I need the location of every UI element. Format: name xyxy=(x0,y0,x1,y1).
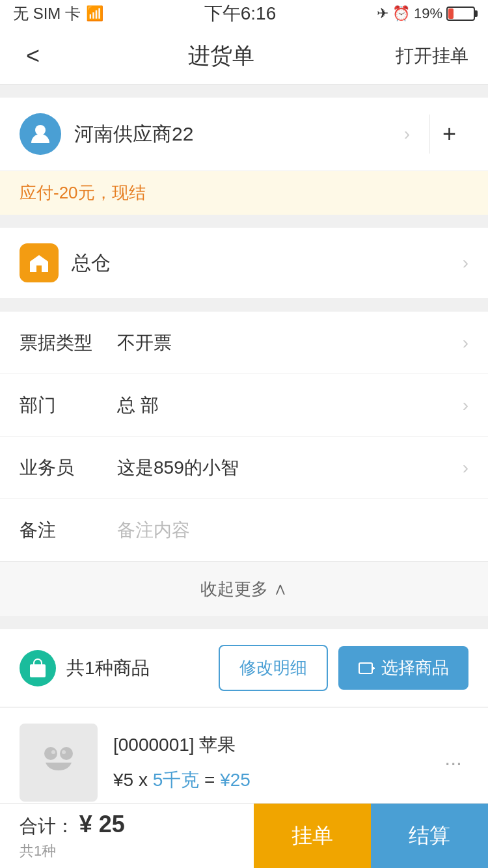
footer-total: 合计： ¥ 25 共1种 xyxy=(0,804,254,868)
invoice-type-row[interactable]: 票据类型 不开票 › xyxy=(0,312,488,374)
supplier-avatar xyxy=(20,113,61,155)
invoice-type-chevron-icon: › xyxy=(463,332,468,353)
carrier-text: 无 SIM 卡 xyxy=(13,3,81,24)
products-icon xyxy=(20,650,56,686)
note-label: 备注 xyxy=(20,518,104,543)
svg-rect-1 xyxy=(30,664,46,677)
svg-point-6 xyxy=(60,747,73,760)
battery-icon xyxy=(446,7,475,21)
supplier-chevron-icon: › xyxy=(404,124,410,144)
select-product-icon xyxy=(358,659,376,677)
location-icon: ✈ xyxy=(377,5,388,22)
warehouse-name: 总仓 xyxy=(72,250,463,277)
note-placeholder[interactable]: 备注内容 xyxy=(104,518,468,543)
product-qty: 5千克 xyxy=(153,770,200,790)
product-name: [0000001] 苹果 xyxy=(113,733,438,757)
collapse-button[interactable]: 收起更多 ∧ xyxy=(0,562,488,616)
note-row[interactable]: 备注 备注内容 xyxy=(0,499,488,562)
total-label: 合计： xyxy=(20,816,74,836)
product-equals: = xyxy=(204,770,220,790)
supplier-notice: 应付-20元，现结 xyxy=(0,171,488,215)
divider-top xyxy=(0,85,488,98)
product-price: ¥5 x 5千克 = ¥25 xyxy=(113,768,438,793)
edit-details-button[interactable]: 修改明细 xyxy=(219,645,328,691)
status-bar: 无 SIM 卡 📶 下午6:16 ✈ ⏰ 19% xyxy=(0,0,488,27)
department-label: 部门 xyxy=(20,393,104,418)
open-pending-button[interactable]: 打开挂单 xyxy=(396,44,468,68)
product-total: ¥25 xyxy=(220,770,251,790)
product-thumbnail xyxy=(20,724,98,802)
warehouse-icon xyxy=(20,243,59,282)
supplier-name: 河南供应商22 xyxy=(74,121,404,148)
product-multiply: x xyxy=(139,770,153,790)
footer-sub-label: 共1种 xyxy=(20,841,234,861)
svg-rect-2 xyxy=(359,663,372,673)
person-icon xyxy=(29,122,52,146)
invoice-type-value: 不开票 xyxy=(104,331,463,355)
house-icon xyxy=(29,252,49,273)
back-button[interactable]: < xyxy=(20,36,46,76)
department-row[interactable]: 部门 总 部 › xyxy=(0,374,488,437)
status-bar-right: ✈ ⏰ 19% xyxy=(377,5,475,22)
page-title: 进货单 xyxy=(188,41,254,71)
salesperson-label: 业务员 xyxy=(20,455,104,480)
salesperson-row[interactable]: 业务员 这是859的小智 › xyxy=(0,437,488,499)
salesperson-value: 这是859的小智 xyxy=(104,455,463,480)
supplier-card: 河南供应商22 › + 应付-20元，现结 xyxy=(0,98,488,215)
svg-point-7 xyxy=(51,750,55,754)
department-value: 总 部 xyxy=(104,393,463,418)
product-more-button[interactable]: ··· xyxy=(438,744,468,781)
form-section: 票据类型 不开票 › 部门 总 部 › 业务员 这是859的小智 › 备注 备注… xyxy=(0,312,488,616)
warehouse-chevron-icon: › xyxy=(463,252,468,273)
total-amount: ¥ 25 xyxy=(79,811,125,837)
warehouse-row[interactable]: 总仓 › xyxy=(0,215,488,299)
select-product-button[interactable]: 选择商品 xyxy=(338,646,468,690)
supplier-row[interactable]: 河南供应商22 › + xyxy=(0,98,488,171)
status-bar-left: 无 SIM 卡 📶 xyxy=(13,3,103,24)
invoice-type-label: 票据类型 xyxy=(20,331,104,355)
battery-percentage: 19% xyxy=(414,5,442,22)
alarm-icon: ⏰ xyxy=(392,5,410,22)
add-supplier-button[interactable]: + xyxy=(429,115,468,154)
products-count: 共1种商品 xyxy=(66,656,219,681)
product-info: [0000001] 苹果 ¥5 x 5千克 = ¥25 xyxy=(113,733,438,793)
wifi-icon: 📶 xyxy=(86,5,103,22)
checkout-button[interactable]: 结算 xyxy=(371,804,488,868)
product-unit-price: ¥5 xyxy=(113,770,133,790)
svg-point-8 xyxy=(62,750,66,754)
footer-total-row: 合计： ¥ 25 xyxy=(20,811,234,839)
svg-point-5 xyxy=(44,747,57,760)
salesperson-chevron-icon: › xyxy=(463,457,468,478)
product-title: 苹果 xyxy=(199,735,236,755)
select-product-label: 选择商品 xyxy=(381,657,449,679)
product-code: [0000001] xyxy=(113,735,195,755)
department-chevron-icon: › xyxy=(463,395,468,416)
product-placeholder-icon xyxy=(39,743,78,782)
shopping-bag-icon xyxy=(27,658,48,679)
pending-button[interactable]: 挂单 xyxy=(254,804,371,868)
products-header: 共1种商品 修改明细 选择商品 xyxy=(0,629,488,707)
footer: 合计： ¥ 25 共1种 挂单 结算 xyxy=(0,803,488,868)
nav-bar: < 进货单 打开挂单 xyxy=(0,27,488,85)
product-item: [0000001] 苹果 ¥5 x 5千克 = ¥25 ··· xyxy=(0,708,488,817)
status-bar-time: 下午6:16 xyxy=(204,1,277,26)
svg-point-0 xyxy=(35,125,46,135)
